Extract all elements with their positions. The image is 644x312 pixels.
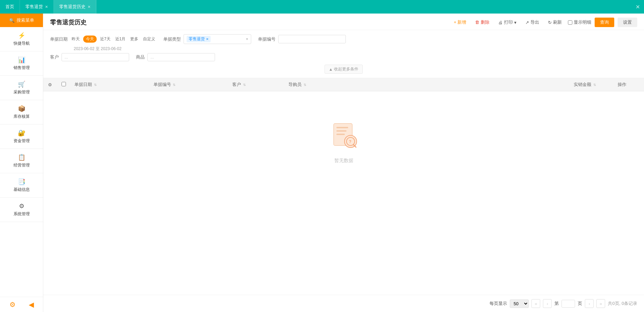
type-filter-select[interactable]: 零售退货 ✕ ▾	[184, 34, 251, 44]
finance-mgmt-icon: 🔐	[18, 129, 25, 137]
date-btn-custom[interactable]: 自定义	[142, 36, 157, 43]
last-page-btn[interactable]: »	[596, 299, 605, 308]
sidebar-item-system-mgmt[interactable]: ⚙ 系统管理	[0, 198, 43, 222]
toolbar: + 新增 🗑 删除 🖨 打印 ▾ ↗ 导出 ↻ 刷新 显示明细	[451, 18, 637, 27]
page-label: 第	[554, 300, 559, 307]
collapse-button[interactable]: ▲ 收起更多条件	[325, 65, 363, 74]
date-btn-1month[interactable]: 近1月	[114, 36, 127, 43]
col-amount-label: 实销金额	[574, 82, 591, 87]
number-filter-label: 单据编号	[258, 36, 276, 42]
tab-home[interactable]: 首页	[0, 0, 20, 14]
filter-row-1: 单据日期 昨天 今天 近7天 近1月 更多 自定义 单据类型 零售退货	[50, 34, 637, 44]
settings-bottom-icon[interactable]: ⚙	[9, 300, 16, 309]
sidebar-item-sales-label: 销售管理	[14, 65, 30, 71]
new-button[interactable]: + 新增	[451, 18, 469, 27]
sidebar-item-quick-nav[interactable]: ⚡ 快捷导航	[0, 27, 43, 51]
table-header-row: ⚙ 单据日期 ⇅ 单据编号 ⇅ 客户	[43, 78, 644, 91]
sidebar-search-label: 搜索菜单	[17, 17, 34, 23]
select-all-checkbox[interactable]	[62, 82, 66, 86]
refresh-label: 刷新	[553, 19, 562, 25]
col-amount[interactable]: 实销金额 ⇅	[521, 78, 600, 91]
show-detail-label[interactable]: 显示明细	[568, 19, 591, 25]
sidebar-item-basic-info[interactable]: 📑 基础信息	[0, 173, 43, 198]
first-page-btn[interactable]: «	[531, 299, 540, 308]
empty-cell: ? 暂无数据	[43, 91, 644, 191]
sidebar-item-finance-label: 资金管理	[14, 138, 30, 144]
col-checkbox	[57, 78, 70, 91]
svg-text:?: ?	[349, 139, 351, 144]
date-btn-yesterday[interactable]: 昨天	[70, 36, 81, 43]
col-number[interactable]: 单据编号 ⇅	[149, 78, 229, 91]
col-guide[interactable]: 导购员 ⇅	[284, 78, 352, 91]
svg-rect-1	[336, 127, 348, 128]
filter-date: 单据日期 昨天 今天 近7天 近1月 更多 自定义	[50, 36, 157, 43]
top-bar: 首页 零售退货 ✕ 零售退货历史 ✕ ✕	[0, 0, 644, 14]
sidebar-item-finance-mgmt[interactable]: 🔐 资金管理	[0, 125, 43, 149]
show-detail-text: 显示明细	[574, 19, 591, 25]
setting-button[interactable]: 设置	[618, 18, 637, 27]
number-filter-input[interactable]	[278, 35, 346, 43]
print-button[interactable]: 🖨 打印 ▾	[496, 18, 519, 27]
tab-retail-return-history-close[interactable]: ✕	[88, 5, 91, 9]
date-btn-more[interactable]: 更多	[129, 36, 140, 43]
col-number-sort-icon: ⇅	[173, 83, 175, 87]
date-btn-today[interactable]: 今天	[83, 36, 97, 43]
filter-type: 单据类型 零售退货 ✕ ▾	[163, 34, 251, 44]
type-tag-close[interactable]: ✕	[206, 37, 209, 41]
product-filter-select[interactable]: ...	[147, 53, 215, 61]
sidebar-item-ops-mgmt[interactable]: 📋 经营管理	[0, 149, 43, 173]
col-guide-sort-icon: ⇅	[304, 83, 306, 87]
pagination: 每页显示 50 100 200 « ‹ 第 1 页 › » 共0页, 0条记录	[43, 295, 644, 312]
page-number-input[interactable]: 1	[562, 300, 575, 308]
window-controls: ✕	[631, 4, 644, 10]
col-date-label: 单据日期	[74, 82, 92, 87]
col-settings[interactable]: ⚙	[43, 78, 57, 91]
refresh-icon: ↻	[548, 20, 552, 25]
main-layout: 🔍 搜索菜单 ⚡ 快捷导航 📊 销售管理 🛒 采购管理 📦 库存核算 🔐 资金管…	[0, 14, 644, 312]
filter-number: 单据编号	[258, 35, 346, 43]
col-date[interactable]: 单据日期 ⇅	[70, 78, 149, 91]
delete-button[interactable]: 🗑 删除	[472, 18, 492, 27]
sidebar-search[interactable]: 🔍 搜索菜单	[0, 14, 43, 27]
tab-retail-return-history[interactable]: 零售退货历史 ✕	[54, 0, 96, 14]
tab-retail-return-close[interactable]: ✕	[45, 5, 48, 9]
show-detail-checkbox[interactable]	[568, 20, 572, 25]
per-page-label: 每页显示	[490, 300, 507, 307]
sales-mgmt-icon: 📊	[18, 56, 25, 64]
content-area: 零售退货历史 + 新增 🗑 删除 🖨 打印 ▾ ↗ 导出 ↻ 刷新	[43, 14, 644, 312]
collapse-label: 收起更多条件	[334, 66, 358, 72]
filter-product: 商品 ...	[136, 53, 215, 61]
query-button[interactable]: 查询	[595, 18, 614, 27]
sidebar-item-system-label: 系统管理	[14, 211, 30, 217]
purchase-mgmt-icon: 🛒	[18, 81, 25, 88]
product-placeholder: ...	[150, 55, 154, 60]
col-customer-label: 客户	[232, 82, 241, 87]
tab-retail-return[interactable]: 零售退货 ✕	[20, 0, 54, 14]
col-guide-label: 导购员	[288, 82, 302, 87]
col-spacer	[352, 78, 521, 91]
type-filter-tag: 零售退货 ✕	[187, 36, 211, 42]
empty-row: ? 暂无数据	[43, 91, 644, 191]
export-label: 导出	[530, 19, 539, 25]
sidebar-item-sales-mgmt[interactable]: 📊 销售管理	[0, 51, 43, 76]
per-page-select[interactable]: 50 100 200	[510, 299, 529, 308]
page-unit: 页	[578, 300, 582, 307]
sidebar: 🔍 搜索菜单 ⚡ 快捷导航 📊 销售管理 🛒 采购管理 📦 库存核算 🔐 资金管…	[0, 14, 43, 312]
customer-filter-select[interactable]: ...	[62, 53, 129, 61]
col-customer[interactable]: 客户 ⇅	[228, 78, 284, 91]
refresh-button[interactable]: ↻ 刷新	[545, 18, 565, 27]
date-btn-7days[interactable]: 近7天	[99, 36, 112, 43]
filter-row-date-range: 2023-06-02 至 2023-06-02	[50, 46, 637, 52]
export-button[interactable]: ↗ 导出	[523, 18, 542, 27]
collapse-sidebar-icon[interactable]: ◀	[29, 300, 34, 309]
filter-customer: 客户 ...	[50, 53, 129, 61]
close-window-icon[interactable]: ✕	[636, 4, 640, 10]
empty-state: ? 暂无数据	[43, 91, 644, 191]
tab-retail-return-label: 零售退货	[25, 4, 43, 10]
print-chevron-icon: ▾	[514, 20, 517, 25]
sidebar-item-purchase-mgmt[interactable]: 🛒 采购管理	[0, 76, 43, 100]
sidebar-item-inventory[interactable]: 📦 库存核算	[0, 100, 43, 125]
prev-page-btn[interactable]: ‹	[543, 299, 552, 308]
next-page-btn[interactable]: ›	[585, 299, 594, 308]
col-date-sort-icon: ⇅	[94, 83, 97, 87]
